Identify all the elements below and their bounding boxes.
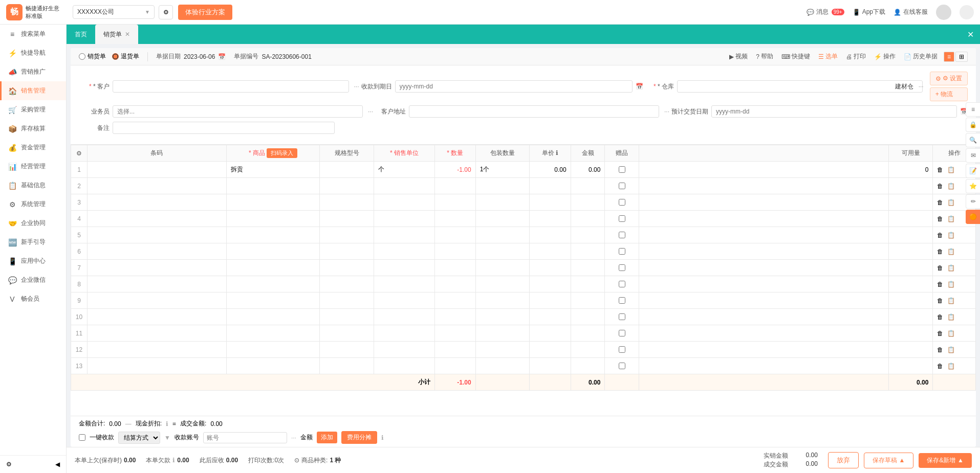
row-spec[interactable] [320, 358, 374, 374]
row-gift[interactable] [605, 211, 639, 227]
float-btn-1[interactable]: ≡ [966, 102, 980, 117]
row-price[interactable] [530, 276, 571, 292]
bank-account-input[interactable] [203, 432, 287, 443]
message-button[interactable]: 💬 消息 99+ [807, 8, 844, 16]
row-barcode[interactable] [88, 292, 227, 309]
row-price[interactable] [530, 194, 571, 211]
notes-input[interactable] [113, 122, 335, 134]
expected-date-input[interactable] [711, 105, 957, 118]
row-amount[interactable] [571, 358, 605, 374]
customer-addr-more-button[interactable]: ··· [662, 107, 671, 116]
company-selector[interactable]: XXXXXX公司 ▼ [73, 5, 155, 19]
video-button[interactable]: ▶ 视频 [727, 51, 750, 62]
row-unit[interactable] [374, 342, 435, 358]
row-amount[interactable] [571, 276, 605, 292]
row-product[interactable] [226, 194, 320, 211]
salesperson-more-button[interactable]: ··· [366, 107, 375, 116]
float-btn-5[interactable]: 📝 [966, 164, 980, 178]
delete-icon[interactable]: 🗑 [937, 297, 943, 304]
sidebar-item-finance[interactable]: 💰 资金管理 [0, 138, 66, 157]
row-barcode[interactable] [88, 358, 227, 374]
row-barcode[interactable] [88, 227, 227, 243]
copy-icon[interactable]: 📋 [947, 199, 955, 206]
row-pack-qty[interactable] [475, 243, 530, 260]
due-date-input[interactable] [395, 80, 633, 93]
sidebar-item-operations[interactable]: 📊 经营管理 [0, 157, 66, 176]
sidebar-item-guide[interactable]: 🆕 新手引导 [0, 233, 66, 252]
row-price[interactable] [530, 260, 571, 276]
row-gift[interactable] [605, 342, 639, 358]
row-price[interactable] [530, 325, 571, 342]
float-btn-6[interactable]: ⭐ [966, 179, 980, 193]
row-unit[interactable] [374, 227, 435, 243]
print-button[interactable]: 🖨 打印 [844, 51, 868, 62]
row-qty[interactable] [434, 211, 475, 227]
row-amount[interactable] [571, 243, 605, 260]
row-unit[interactable] [374, 194, 435, 211]
calendar-icon[interactable]: 📅 [218, 53, 226, 60]
row-pack-qty[interactable] [475, 178, 530, 194]
row-product[interactable] [226, 292, 320, 309]
row-product[interactable]: 拆贡 [226, 162, 320, 178]
row-unit[interactable] [374, 243, 435, 260]
row-qty[interactable] [434, 292, 475, 309]
row-price[interactable] [530, 342, 571, 358]
view-grid-button[interactable]: ⊞ [955, 52, 968, 62]
copy-icon[interactable]: 📋 [947, 248, 955, 255]
row-amount[interactable]: 0.00 [571, 162, 605, 178]
row-gift[interactable] [605, 178, 639, 194]
row-barcode[interactable] [88, 194, 227, 211]
copy-icon[interactable]: 📋 [947, 166, 955, 173]
sidebar-item-quicknav[interactable]: ⚡ 快捷导航 [0, 43, 66, 62]
row-pack-qty[interactable] [475, 211, 530, 227]
sidebar-settings-icon[interactable]: ⚙ [6, 461, 12, 468]
row-price[interactable]: 0.00 [530, 162, 571, 178]
delete-icon[interactable]: 🗑 [937, 363, 943, 370]
row-amount[interactable] [571, 292, 605, 309]
row-qty[interactable] [434, 260, 475, 276]
float-btn-3[interactable]: 🔍 [966, 133, 980, 147]
row-qty[interactable] [434, 194, 475, 211]
view-list-button[interactable]: ≡ [944, 52, 954, 62]
row-spec[interactable] [320, 211, 374, 227]
copy-icon[interactable]: 📋 [947, 297, 955, 304]
delete-icon[interactable]: 🗑 [937, 313, 943, 321]
row-spec[interactable] [320, 342, 374, 358]
row-barcode[interactable] [88, 178, 227, 194]
row-barcode[interactable] [88, 260, 227, 276]
copy-icon[interactable]: 📋 [947, 363, 955, 370]
delete-icon[interactable]: 🗑 [937, 215, 943, 222]
one-key-payment-checkbox[interactable] [79, 434, 85, 441]
row-amount[interactable] [571, 211, 605, 227]
row-amount[interactable] [571, 194, 605, 211]
row-gift[interactable] [605, 325, 639, 342]
operate-button[interactable]: ⚡ 操作 [872, 51, 898, 62]
row-product[interactable] [226, 276, 320, 292]
radio-return-order[interactable]: 退货单 [112, 52, 139, 61]
row-barcode[interactable] [88, 243, 227, 260]
radio-sales-order[interactable]: 销货单 [79, 52, 106, 61]
sidebar-item-system[interactable]: ⚙ 系统管理 [0, 195, 66, 214]
row-gift[interactable] [605, 227, 639, 243]
row-spec[interactable] [320, 260, 374, 276]
sidebar-item-appstore[interactable]: 📱 应用中心 [0, 252, 66, 271]
row-gift[interactable] [605, 162, 639, 178]
delete-icon[interactable]: 🗑 [937, 281, 943, 288]
row-price[interactable] [530, 243, 571, 260]
row-spec[interactable] [320, 292, 374, 309]
row-pack-qty[interactable] [475, 227, 530, 243]
row-price[interactable] [530, 292, 571, 309]
payment-expand-icon[interactable]: ▼ [164, 434, 170, 441]
row-unit[interactable] [374, 358, 435, 374]
row-product[interactable] [226, 260, 320, 276]
row-product[interactable] [226, 358, 320, 374]
form-settings-button[interactable]: ⚙ ⚙ 设置 [930, 72, 968, 85]
delete-icon[interactable]: 🗑 [937, 183, 943, 190]
row-barcode[interactable] [88, 276, 227, 292]
due-date-calendar-icon[interactable]: 📅 [636, 83, 643, 90]
row-unit[interactable] [374, 260, 435, 276]
row-price[interactable] [530, 309, 571, 325]
sidebar-item-search[interactable]: ≡ 搜索菜单 [0, 25, 66, 43]
float-btn-7[interactable]: ✏ [966, 194, 980, 209]
row-unit[interactable] [374, 292, 435, 309]
